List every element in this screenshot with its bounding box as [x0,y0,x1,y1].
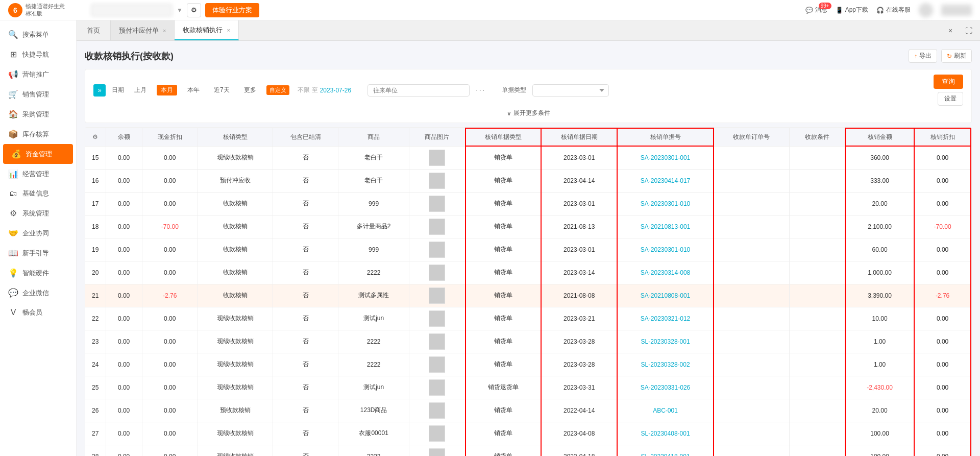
th-writeoff-bill-type: 核销单据类型 [465,128,542,146]
tab-home[interactable]: 首页 [77,20,111,40]
cell-writeoff-bill-no-link[interactable]: SA-20230301-001 [641,154,690,161]
cell-writeoff-bill-no[interactable]: SL-20230328-001 [617,330,714,353]
tab-prepay-close[interactable]: × [163,28,166,34]
cell-writeoff-bill-no[interactable]: SA-20230414-017 [617,169,714,192]
cell-writeoff-bill-no[interactable]: SA-20230314-008 [617,261,714,284]
tab-maximize-button[interactable]: ⛶ [962,23,976,38]
sidebar-item-enterprise[interactable]: 🤝 企业协同 [0,223,76,243]
sidebar-item-management[interactable]: 📊 经营管理 [0,164,76,184]
last-month-btn[interactable]: 上月 [130,85,151,95]
cell-writeoff-bill-no-link[interactable]: SL-20230418-001 [641,453,690,457]
house-icon: 🏠 [8,109,18,119]
sidebar-item-inventory[interactable]: 📦 库存核算 [0,124,76,144]
cell-writeoff-bill-no-link[interactable]: SA-20230301-010 [641,246,690,253]
sidebar-item-search[interactable]: 🔍 搜索菜单 [0,25,76,44]
cell-goods-image [409,192,465,215]
cell-writeoff-bill-no[interactable]: SA-20210813-001 [617,215,714,238]
service-button[interactable]: 🎧 在线客服 [876,6,911,14]
cell-writeoff-bill-no-link[interactable]: SL-20230328-001 [641,338,690,345]
sidebar-item-sales[interactable]: 🛒 销售管理 [0,84,76,104]
cell-writeoff-bill-no-link[interactable]: SA-20210808-001 [641,292,690,299]
last7-btn[interactable]: 近7天 [210,85,234,95]
cell-writeoff-bill-no-link[interactable]: SL-20230328-002 [641,361,690,368]
tab-collect[interactable]: 收款核销执行 × [175,20,238,40]
cell-writeoff-bill-no[interactable]: SL-20230418-001 [617,445,714,456]
sidebar-item-marketing[interactable]: 📢 营销推广 [0,64,76,84]
cell-writeoff-bill-no[interactable]: ABC-001 [617,399,714,422]
cell-balance: 0.00 [106,422,142,445]
cell-goods-image [409,284,465,307]
tab-prepay[interactable]: 预付冲应付单 × [111,20,175,40]
cell-writeoff-amount: 20.00 [845,192,914,215]
table-row: 270.000.00现续收款核销否衣服00001销货单2023-04-08SL-… [85,422,971,445]
tab-close-all-button[interactable]: × [943,23,958,38]
sidebar-item-quick[interactable]: ⊞ 快捷导航 [0,44,76,64]
sidebar-item-member[interactable]: V 畅会员 [0,303,76,322]
cell-writeoff-bill-no[interactable]: SL-20230328-002 [617,353,714,376]
app-download-button[interactable]: 📱 App下载 [836,6,868,14]
sidebar-item-label: 经营管理 [22,170,49,179]
filter-expand-btn[interactable]: » [93,84,106,97]
this-year-btn[interactable]: 本年 [183,85,204,95]
custom-btn[interactable]: 自定义 [266,85,289,95]
export-button[interactable]: ↑ 导出 [909,49,937,63]
cell-writeoff-amount: 3,390.00 [845,284,914,307]
cell-writeoff-bill-no-link[interactable]: SL-20230408-001 [641,430,690,437]
cell-writeoff-bill-no[interactable]: SA-20230321-012 [617,307,714,330]
user-avatar[interactable] [919,3,933,17]
cell-writeoff-bill-no-link[interactable]: ABC-001 [653,407,678,414]
cell-writeoff-bill-no[interactable]: SL-20230408-001 [617,422,714,445]
cell-goods-image [409,376,465,399]
this-month-btn[interactable]: 本月 [157,85,177,95]
query-button[interactable]: 查询 [934,75,963,89]
cell-cash-discount: -2.76 [142,284,198,307]
sidebar-item-system[interactable]: ⚙ 系统管理 [0,203,76,223]
cell-writeoff-bill-type: 销货单 [465,330,542,353]
cell-writeoff-bill-no-link[interactable]: SA-20230301-010 [641,200,690,207]
cell-writeoff-bill-no[interactable]: SA-20230301-001 [617,146,714,169]
sidebar-item-purchase[interactable]: 🏠 采购管理 [0,104,76,124]
company-dropdown-icon[interactable]: ▼ [177,7,183,14]
expand-more-btn[interactable]: ∨ 展开更多条件 [507,109,550,117]
sidebar-item-wechat[interactable]: 💬 企业微信 [0,283,76,303]
cell-writeoff-bill-date: 2023-03-28 [541,330,617,353]
cell-writeoff-bill-no[interactable]: SA-20230301-010 [617,238,714,261]
more-btn[interactable]: 更多 [240,85,260,95]
cell-no: 27 [85,422,106,445]
settings-button[interactable]: 设置 [938,92,963,106]
cell-no: 21 [85,284,106,307]
cell-collect-condition [789,146,845,169]
cell-writeoff-bill-no[interactable]: SA-20230301-010 [617,192,714,215]
cell-writeoff-bill-no[interactable]: SA-20210808-001 [617,284,714,307]
cell-writeoff-amount: 100.00 [845,422,914,445]
sidebar-item-label: 畅会员 [22,308,42,317]
company-input[interactable] [91,4,173,17]
handshake-icon: 🤝 [8,228,18,238]
cell-writeoff-bill-no-link[interactable]: SA-20230321-012 [641,315,690,322]
bill-type-select[interactable] [532,84,609,97]
filter-dots: ··· [476,86,485,95]
cell-collect-order-no [714,284,789,307]
cell-writeoff-bill-no-link[interactable]: SA-20230331-026 [641,384,690,391]
sidebar-item-hardware[interactable]: 💡 智能硬件 [0,263,76,283]
sidebar-item-label: 快捷导航 [22,50,49,59]
tab-collect-close[interactable]: × [227,27,230,33]
cell-writeoff-bill-no[interactable]: SA-20230331-026 [617,376,714,399]
table-row: 240.000.00现续收款核销否2222销货单2023-03-28SL-202… [85,353,971,376]
th-settings[interactable]: ⚙ [85,128,106,146]
cell-writeoff-bill-type: 销货单 [465,307,542,330]
expand-down-icon: ∨ [507,110,511,117]
sidebar-item-guide[interactable]: 📖 新手引导 [0,243,76,263]
cell-writeoff-bill-no-link[interactable]: SA-20230414-017 [641,177,690,184]
cell-no: 23 [85,330,106,353]
from-unit-input[interactable] [368,84,470,97]
gear-button[interactable]: ⚙ [187,3,201,17]
message-button[interactable]: 💬 消息 99+ [805,6,827,14]
trial-button[interactable]: 体验行业方案 [205,3,259,17]
cell-writeoff-bill-no-link[interactable]: SA-20210813-001 [641,223,690,230]
cell-include-settled: 否 [273,399,338,422]
sidebar-item-finance[interactable]: 💰 资金管理 [3,144,73,164]
sidebar-item-basic[interactable]: 🗂 基础信息 [0,184,76,203]
refresh-button[interactable]: ↻ 刷新 [941,49,972,63]
cell-writeoff-bill-no-link[interactable]: SA-20230314-008 [641,269,690,276]
